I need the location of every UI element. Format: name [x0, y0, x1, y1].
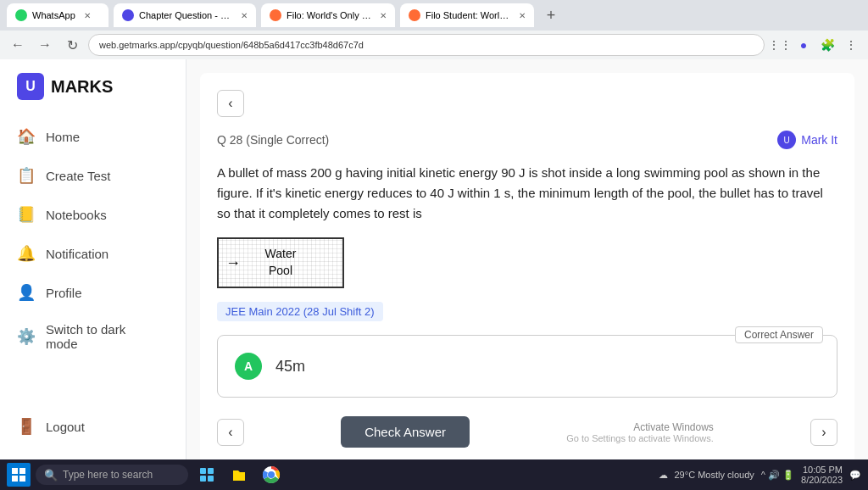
answer-value: 45m: [275, 358, 305, 376]
app-container: U MARKS 🏠 Home 📋 Create Test 📒 Notebooks…: [0, 59, 868, 459]
more-options-icon[interactable]: ⋮: [841, 35, 861, 55]
sidebar-item-label: Notebooks: [46, 208, 107, 222]
sidebar-item-notification[interactable]: 🔔 Notification: [0, 234, 186, 273]
tab-filo2[interactable]: Filo Student: World's Only Li... ✕: [400, 3, 534, 27]
tab-close-btn[interactable]: ✕: [519, 11, 526, 20]
create-test-icon: 📋: [17, 166, 36, 185]
browser-tabs: WhatsApp ✕ Chapter Question - MARKS App …: [0, 0, 868, 31]
back-browser-btn[interactable]: ←: [7, 34, 29, 56]
extensions-icon[interactable]: 🧩: [817, 35, 837, 55]
bullet-arrow: →: [225, 254, 241, 272]
start-button[interactable]: [7, 463, 31, 487]
date-display: 8/20/2023: [801, 475, 843, 485]
taskbar-widgets-icon[interactable]: [193, 461, 220, 488]
new-tab-btn[interactable]: +: [539, 3, 563, 27]
sidebar-item-label: Home: [46, 130, 80, 144]
tab-label: Filo: World's Only Live Instant T...: [287, 10, 371, 20]
svg-rect-1: [19, 468, 25, 474]
svg-rect-5: [208, 468, 214, 474]
sidebar-item-create-test[interactable]: 📋 Create Test: [0, 156, 186, 195]
sidebar-item-label: Notification: [46, 247, 108, 261]
logo-text: MARKS: [51, 77, 113, 97]
tab-label: Chapter Question - MARKS App: [139, 10, 232, 20]
svg-rect-0: [12, 468, 18, 474]
url-bar[interactable]: web.getmarks.app/cpyqb/question/648b5a6d…: [88, 34, 765, 56]
sidebar-item-notebooks[interactable]: 📒 Notebooks: [0, 195, 186, 234]
sidebar-item-label: Profile: [46, 286, 82, 300]
notification-icon: 🔔: [17, 244, 36, 263]
mark-it-label: Mark It: [801, 133, 837, 147]
windows-notice-line1: Activate Windows: [566, 421, 714, 433]
logo-icon: U: [17, 73, 44, 100]
system-icons: ^ 🔊 🔋: [761, 470, 794, 481]
sidebar-item-profile[interactable]: 👤 Profile: [0, 273, 186, 312]
dark-mode-icon: ⚙️: [17, 327, 36, 346]
svg-rect-4: [200, 468, 206, 474]
tab-label: Filo Student: World's Only Li...: [426, 10, 510, 20]
question-header: Q 28 (Single Correct) U Mark It: [217, 131, 837, 149]
taskbar-file-explorer-icon[interactable]: [225, 461, 253, 488]
windows-notice-line2: Go to Settings to activate Windows.: [566, 433, 714, 443]
sidebar-item-dark-mode[interactable]: ⚙️ Switch to darkmode: [0, 312, 186, 361]
browser-action-icons: ⋮⋮ ● 🧩 ⋮: [770, 35, 861, 55]
question-text: A bullet of mass 200 g having initial ki…: [217, 163, 837, 224]
home-icon: 🏠: [17, 127, 36, 146]
profile-icon[interactable]: ●: [793, 35, 814, 55]
svg-rect-2: [12, 476, 18, 482]
taskbar-search-placeholder: Type here to search: [63, 469, 153, 481]
question-card: ‹ Q 28 (Single Correct) U Mark It A bull…: [200, 73, 854, 459]
back-btn[interactable]: ‹: [217, 90, 244, 117]
windows-activation-notice: Activate Windows Go to Settings to activ…: [566, 421, 714, 443]
sidebar-item-home[interactable]: 🏠 Home: [0, 117, 186, 156]
mark-it-button[interactable]: U Mark It: [777, 131, 837, 149]
correct-answer-badge: Correct Answer: [735, 326, 823, 343]
check-answer-button[interactable]: Check Answer: [341, 416, 470, 448]
url-text: web.getmarks.app/cpyqb/question/648b5a6d…: [99, 40, 364, 50]
weather-text: 29°C Mostly cloudy: [675, 470, 754, 480]
answer-row: A 45m: [235, 353, 820, 380]
marks-icon: U: [777, 131, 796, 149]
forward-browser-btn[interactable]: →: [34, 34, 56, 56]
logout-icon: 🚪: [17, 417, 36, 436]
google-apps-icon[interactable]: ⋮⋮: [770, 35, 790, 55]
answer-option-circle: A: [235, 353, 262, 380]
svg-rect-7: [208, 476, 214, 482]
sidebar-item-logout[interactable]: 🚪 Logout: [0, 407, 186, 446]
tab-whatsapp[interactable]: WhatsApp ✕: [7, 3, 108, 27]
tab-close-btn[interactable]: ✕: [380, 11, 387, 20]
clock: 10:05 PM 8/20/2023: [801, 465, 843, 485]
taskbar: 🔍 Type here to search ☁ 29°C Mostly clou…: [0, 459, 868, 490]
main-content: ‹ Q 28 (Single Correct) U Mark It A bull…: [186, 59, 868, 459]
prev-question-btn[interactable]: ‹: [217, 419, 244, 446]
filo-favicon: [409, 9, 420, 21]
taskbar-chrome-icon[interactable]: [258, 461, 285, 488]
taskbar-search[interactable]: 🔍 Type here to search: [36, 465, 188, 485]
sidebar-item-label: Logout: [46, 420, 85, 434]
svg-rect-6: [200, 476, 206, 482]
notifications-icon[interactable]: 💬: [849, 470, 861, 481]
taskbar-system-tray: ☁ 29°C Mostly cloudy ^ 🔊 🔋 10:05 PM 8/20…: [659, 465, 862, 485]
navigation-footer: ‹ Check Answer Activate Windows Go to Se…: [217, 408, 837, 456]
weather-info: ☁: [659, 470, 668, 481]
next-question-btn[interactable]: ›: [810, 419, 837, 446]
tab-close-btn[interactable]: ✕: [241, 11, 248, 20]
correct-answer-panel: Correct Answer A 45m: [217, 335, 837, 398]
whatsapp-favicon: [15, 9, 27, 21]
pool-diagram: → Water Pool: [217, 237, 344, 288]
svg-rect-3: [19, 476, 25, 482]
tab-filo1[interactable]: Filo: World's Only Live Instant T... ✕: [261, 3, 395, 27]
browser-address-bar: ← → ↻ web.getmarks.app/cpyqb/question/64…: [0, 31, 868, 59]
sidebar: U MARKS 🏠 Home 📋 Create Test 📒 Notebooks…: [0, 59, 186, 459]
pool-text: Water Pool: [265, 246, 297, 279]
question-label: Q 28 (Single Correct): [217, 133, 329, 147]
refresh-btn[interactable]: ↻: [61, 34, 83, 56]
tab-marks[interactable]: Chapter Question - MARKS App ✕: [114, 3, 256, 27]
marks-favicon: [122, 9, 134, 21]
tab-close-btn[interactable]: ✕: [84, 11, 91, 20]
question-tag[interactable]: JEE Main 2022 (28 Jul Shift 2): [217, 302, 383, 321]
svg-point-9: [268, 471, 275, 478]
notebooks-icon: 📒: [17, 205, 36, 224]
sidebar-item-label: Switch to darkmode: [46, 322, 125, 351]
tab-label: WhatsApp: [32, 10, 75, 20]
time-display: 10:05 PM: [801, 465, 843, 475]
